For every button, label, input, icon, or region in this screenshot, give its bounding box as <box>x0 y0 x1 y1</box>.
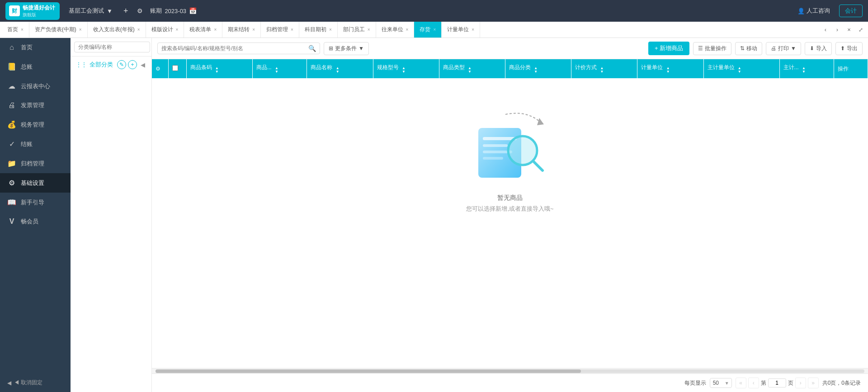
sidebar-item-archive[interactable]: 📁 归档管理 <box>0 154 71 173</box>
filter-button[interactable]: ⊞ 更多条件 ▼ <box>324 42 369 55</box>
product-search-icon[interactable]: 🔍 <box>308 45 316 52</box>
total-records-label: 共0页，0条记录 <box>822 379 861 387</box>
last-page-button[interactable]: » <box>808 378 819 388</box>
consult-button[interactable]: 👤 人工咨询 <box>794 5 834 17</box>
batch-button[interactable]: ☰ 批量操作 <box>693 42 731 55</box>
category-item-all[interactable]: ⋮⋮ 全部分类 ✎ + ◀ <box>71 57 151 73</box>
inner-layout: 🔍 ⋮⋮ 全部分类 ✎ + ◀ 🔍 ⊞ <box>71 38 868 392</box>
svg-rect-2 <box>483 144 508 147</box>
sidebar-item-home[interactable]: ⌂ 首页 <box>0 38 71 57</box>
svg-marker-7 <box>537 118 544 125</box>
tab-inventory[interactable]: 存货 × <box>414 22 442 38</box>
th-col3[interactable]: 主计... ▲▼ <box>779 59 834 78</box>
import-button[interactable]: ⬇ 导入 <box>805 42 832 55</box>
sidebar: ⌂ 首页 📒 总账 ☁ 云报表中心 🖨 发票管理 💰 税务管理 ✓ 结账 📁 归… <box>0 38 71 392</box>
tab-unit-close[interactable]: × <box>472 27 474 32</box>
tab-home-close[interactable]: × <box>21 27 24 32</box>
tab-period[interactable]: 期末结转 × <box>222 22 261 38</box>
scroll-thumb[interactable] <box>156 369 581 373</box>
export-button[interactable]: ⬆ 导出 <box>835 42 863 55</box>
tab-balance[interactable]: 资产负债表(中期) × <box>29 22 88 38</box>
first-page-button[interactable]: « <box>736 378 746 388</box>
th-type[interactable]: 商品类型 ▲▼ <box>439 59 505 78</box>
tab-period-close[interactable]: × <box>252 27 255 32</box>
select-all-checkbox[interactable] <box>172 65 178 71</box>
prev-page-button[interactable]: ‹ <box>748 378 759 388</box>
move-button[interactable]: ⇅ 移动 <box>735 42 762 55</box>
th-category[interactable]: 商品分类 ▲▼ <box>505 59 571 78</box>
category-add-button[interactable]: + <box>128 60 137 69</box>
sidebar-item-guide[interactable]: 📖 新手引导 <box>0 193 71 212</box>
tab-dept[interactable]: 部门员工 × <box>338 22 376 38</box>
account-button[interactable]: 会计 <box>839 5 863 17</box>
th-price-method[interactable]: 计价方式 ▲▼ <box>571 59 637 78</box>
th-code[interactable]: 商品... ▲▼ <box>252 59 307 78</box>
tab-contacts[interactable]: 往来单位 × <box>376 22 415 38</box>
page-size-select[interactable]: 20 50 100 <box>710 378 732 388</box>
tab-tax[interactable]: 税表清单 × <box>184 22 222 38</box>
page-number-input[interactable] <box>768 378 786 387</box>
tab-inventory-close[interactable]: × <box>433 27 436 32</box>
th-unit[interactable]: 计量单位 ▲▼ <box>637 59 703 78</box>
tab-subject-close[interactable]: × <box>329 27 332 32</box>
sort-barcode-icon: ▲▼ <box>215 66 219 74</box>
category-collapse-button[interactable]: ◀ <box>140 61 146 69</box>
tab-close-all-button[interactable]: × <box>844 24 854 35</box>
sidebar-item-member[interactable]: V 畅会员 <box>0 212 71 231</box>
print-button[interactable]: 🖨 打印 ▼ <box>766 42 801 55</box>
category-search-input[interactable] <box>74 42 150 52</box>
company-name: 基层工会测试 <box>69 7 104 15</box>
product-search-input[interactable] <box>161 45 307 52</box>
th-checkbox[interactable] <box>168 59 186 78</box>
tab-template-close[interactable]: × <box>176 27 179 32</box>
th-barcode[interactable]: 商品条码 ▲▼ <box>186 59 252 78</box>
tab-subject[interactable]: 科目期初 × <box>299 22 338 38</box>
th-name[interactable]: 商品名称 ▲▼ <box>307 59 373 78</box>
company-selector[interactable]: 基层工会测试 ▼ <box>65 5 116 17</box>
tab-template[interactable]: 模版设计 × <box>146 22 184 38</box>
tab-income[interactable]: 收入支出表(年报) × <box>88 22 146 38</box>
th-main-unit[interactable]: 主计量单位 ▲▼ <box>703 59 779 78</box>
main-layout: ⌂ 首页 📒 总账 ☁ 云报表中心 🖨 发票管理 💰 税务管理 ✓ 结账 📁 归… <box>0 38 868 392</box>
sidebar-collapse-button[interactable]: ◀ ◀ 取消固定 <box>0 373 71 392</box>
sidebar-item-tax[interactable]: 💰 税务管理 <box>0 115 71 134</box>
sidebar-item-basic[interactable]: ⚙ 基础设置 <box>0 173 71 193</box>
batch-label: 批量操作 <box>705 45 726 52</box>
sidebar-item-ledger[interactable]: 📒 总账 <box>0 57 71 76</box>
tab-archive[interactable]: 归档管理 × <box>261 22 299 38</box>
sort-code-icon: ▲▼ <box>275 66 278 74</box>
tab-contacts-close[interactable]: × <box>406 27 409 32</box>
tab-tax-close[interactable]: × <box>214 27 217 32</box>
sidebar-item-checkout[interactable]: ✓ 结账 <box>0 134 71 154</box>
add-tab-button[interactable]: + <box>122 6 130 16</box>
tab-unit[interactable]: 计量单位 × <box>442 22 480 38</box>
tab-next-button[interactable]: › <box>832 24 843 35</box>
tab-dept-close[interactable]: × <box>368 27 370 32</box>
product-table: ⚙ 商品条码 ▲▼ 商品... ▲▼ <box>152 59 868 78</box>
tab-income-close[interactable]: × <box>137 27 140 32</box>
add-product-button[interactable]: + 新增商品 <box>648 42 689 55</box>
calendar-icon[interactable]: 📅 <box>189 7 197 14</box>
app-logo[interactable]: 财 畅捷通好会计 旗舰版 <box>5 2 60 20</box>
tab-expand-button[interactable]: ⤢ <box>855 24 866 35</box>
sidebar-member-label: 畅会员 <box>21 217 38 226</box>
app-logo-sub: 旗舰版 <box>23 12 55 18</box>
sidebar-collapse-label: ◀ 取消固定 <box>14 379 42 387</box>
category-edit-button[interactable]: ✎ <box>117 60 126 69</box>
th-config[interactable]: ⚙ <box>152 59 168 78</box>
settings-icon[interactable]: ⚙ <box>135 7 145 14</box>
tab-prev-button[interactable]: ‹ <box>820 24 831 35</box>
tab-balance-close[interactable]: × <box>79 27 82 32</box>
print-icon: 🖨 <box>771 45 776 52</box>
tab-archive-close[interactable]: × <box>291 27 293 32</box>
sort-spec-icon: ▲▼ <box>402 66 406 74</box>
print-chevron-icon: ▼ <box>791 45 796 52</box>
tab-home[interactable]: 首页 × <box>2 22 29 38</box>
toolbar-right: + 新增商品 ☰ 批量操作 ⇅ 移动 🖨 打印 ▼ <box>648 42 863 55</box>
horizontal-scroll <box>152 368 868 373</box>
sidebar-item-invoice[interactable]: 🖨 发票管理 <box>0 96 71 115</box>
sidebar-item-cloud[interactable]: ☁ 云报表中心 <box>0 76 71 96</box>
sort-category-icon: ▲▼ <box>534 66 538 74</box>
th-spec[interactable]: 规格型号 ▲▼ <box>373 59 439 78</box>
next-page-button[interactable]: › <box>795 378 806 388</box>
